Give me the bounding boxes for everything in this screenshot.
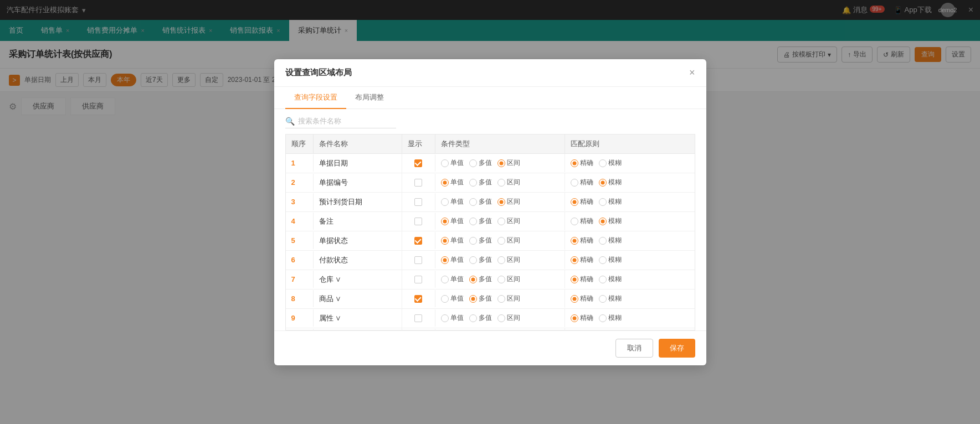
cell-type-0: 单值 多值 区间 xyxy=(435,154,565,172)
radio-single-6[interactable]: 单值 xyxy=(441,275,464,284)
radio-range-8[interactable]: 区间 xyxy=(497,313,520,323)
radio-exact-4[interactable]: 精确 xyxy=(571,236,593,245)
dialog-footer: 取消 保存 xyxy=(274,330,706,365)
radio-range-4[interactable]: 区间 xyxy=(497,236,520,245)
radio-multi-8[interactable]: 多值 xyxy=(469,313,492,323)
radio-exact-5[interactable]: 精确 xyxy=(571,255,593,265)
search-wrapper: 🔍 xyxy=(285,115,396,128)
radio-multi-6[interactable]: 多值 xyxy=(469,275,492,284)
cell-name-2: 预计到货日期 xyxy=(314,193,402,211)
radio-exact-7[interactable]: 精确 xyxy=(571,294,593,303)
radio-single-0[interactable]: 单值 xyxy=(441,158,464,168)
radio-single-1[interactable]: 单值 xyxy=(441,178,464,187)
cell-display-0[interactable] xyxy=(402,154,435,172)
cell-display-4[interactable] xyxy=(402,232,435,250)
checkbox-display-7[interactable] xyxy=(414,295,422,303)
radio-exact-1[interactable]: 精确 xyxy=(571,178,593,187)
radio-fuzzy-4[interactable]: 模糊 xyxy=(599,236,622,245)
cell-name-7: 商品 ∨ xyxy=(314,289,402,308)
radio-range-0[interactable]: 区间 xyxy=(497,158,520,168)
cell-order-1: 2 xyxy=(286,174,314,191)
checkbox-display-0[interactable] xyxy=(414,159,422,167)
checkbox-display-2[interactable] xyxy=(414,198,422,206)
cell-name-4: 单据状态 xyxy=(314,231,402,250)
radio-range-6[interactable]: 区间 xyxy=(497,275,520,284)
save-btn[interactable]: 保存 xyxy=(659,339,695,358)
cell-order-2: 3 xyxy=(286,193,314,210)
checkbox-display-4[interactable] xyxy=(414,237,422,245)
radio-range-7[interactable]: 区间 xyxy=(497,294,520,303)
radio-exact-2[interactable]: 精确 xyxy=(571,197,593,206)
radio-single-7[interactable]: 单值 xyxy=(441,294,464,303)
checkbox-display-5[interactable] xyxy=(414,256,422,264)
cell-type-7: 单值 多值 区间 xyxy=(435,289,565,308)
cell-display-2[interactable] xyxy=(402,193,435,211)
radio-fuzzy-5[interactable]: 模糊 xyxy=(599,255,622,265)
cell-type-2: 单值 多值 区间 xyxy=(435,193,565,211)
cell-name-8: 属性 ∨ xyxy=(314,309,402,328)
radio-fuzzy-0[interactable]: 模糊 xyxy=(599,158,622,168)
cell-order-4: 5 xyxy=(286,232,314,249)
radio-exact-3[interactable]: 精确 xyxy=(571,216,593,226)
radio-range-2[interactable]: 区间 xyxy=(497,197,520,206)
cell-display-5[interactable] xyxy=(402,251,435,269)
radio-multi-5[interactable]: 多值 xyxy=(469,255,492,265)
cell-order-8: 9 xyxy=(286,309,314,327)
table-body: 1单据日期 单值 多值 区间 精确 模糊 2单据编号 xyxy=(285,153,695,330)
radio-range-1[interactable]: 区间 xyxy=(497,178,520,187)
dialog-search-area: 🔍 xyxy=(274,109,706,134)
radio-multi-0[interactable]: 多值 xyxy=(469,158,492,168)
cell-display-6[interactable] xyxy=(402,271,435,288)
dialog-table: 顺序 条件名称 显示 条件类型 匹配原则 1单据日期 单值 多值 区间 xyxy=(274,134,706,330)
col-name: 条件名称 xyxy=(314,135,402,153)
radio-fuzzy-8[interactable]: 模糊 xyxy=(599,313,622,323)
cell-match-4: 精确 模糊 xyxy=(565,231,695,250)
table-row: 5单据状态 单值 多值 区间 精确 模糊 xyxy=(286,231,695,251)
cell-match-3: 精确 模糊 xyxy=(565,212,695,230)
radio-multi-3[interactable]: 多值 xyxy=(469,216,492,226)
col-order: 顺序 xyxy=(286,135,314,153)
dialog-tab-query[interactable]: 查询字段设置 xyxy=(285,87,346,109)
radio-fuzzy-7[interactable]: 模糊 xyxy=(599,294,622,303)
cancel-btn[interactable]: 取消 xyxy=(615,339,653,358)
radio-fuzzy-1[interactable]: 模糊 xyxy=(599,178,622,187)
table-header: 顺序 条件名称 显示 条件类型 匹配原则 xyxy=(285,134,695,153)
table-row: 4备注 单值 多值 区间 精确 模糊 xyxy=(286,212,695,231)
radio-range-5[interactable]: 区间 xyxy=(497,255,520,265)
radio-exact-6[interactable]: 精确 xyxy=(571,275,593,284)
cell-display-1[interactable] xyxy=(402,174,435,192)
cell-display-3[interactable] xyxy=(402,213,435,230)
radio-exact-8[interactable]: 精确 xyxy=(571,313,593,323)
radio-multi-1[interactable]: 多值 xyxy=(469,178,492,187)
radio-fuzzy-2[interactable]: 模糊 xyxy=(599,197,622,206)
table-row: 2单据编号 单值 多值 区间 精确 模糊 xyxy=(286,173,695,193)
radio-single-8[interactable]: 单值 xyxy=(441,313,464,323)
cell-type-4: 单值 多值 区间 xyxy=(435,231,565,250)
checkbox-display-8[interactable] xyxy=(414,314,422,322)
checkbox-display-6[interactable] xyxy=(414,276,422,283)
dialog-tab-layout[interactable]: 布局调整 xyxy=(346,87,393,109)
search-input[interactable] xyxy=(295,117,389,125)
radio-fuzzy-3[interactable]: 模糊 xyxy=(599,216,622,226)
radio-range-3[interactable]: 区间 xyxy=(497,216,520,226)
radio-single-3[interactable]: 单值 xyxy=(441,216,464,226)
cell-match-7: 精确 模糊 xyxy=(565,289,695,308)
col-type: 条件类型 xyxy=(435,135,565,153)
cell-order-7: 8 xyxy=(286,290,314,307)
dialog-close-btn[interactable]: × xyxy=(689,67,695,79)
dialog-header: 设置查询区域布局 × xyxy=(274,59,706,87)
radio-multi-4[interactable]: 多值 xyxy=(469,236,492,245)
radio-single-4[interactable]: 单值 xyxy=(441,236,464,245)
cell-display-8[interactable] xyxy=(402,309,435,327)
checkbox-display-1[interactable] xyxy=(414,179,422,187)
cell-order-0: 1 xyxy=(286,154,314,172)
cell-display-7[interactable] xyxy=(402,290,435,308)
radio-exact-0[interactable]: 精确 xyxy=(571,158,593,168)
checkbox-display-3[interactable] xyxy=(414,218,422,225)
radio-multi-7[interactable]: 多值 xyxy=(469,294,492,303)
radio-fuzzy-6[interactable]: 模糊 xyxy=(599,275,622,284)
radio-multi-2[interactable]: 多值 xyxy=(469,197,492,206)
cell-order-5: 6 xyxy=(286,251,314,268)
radio-single-2[interactable]: 单值 xyxy=(441,197,464,206)
radio-single-5[interactable]: 单值 xyxy=(441,255,464,265)
